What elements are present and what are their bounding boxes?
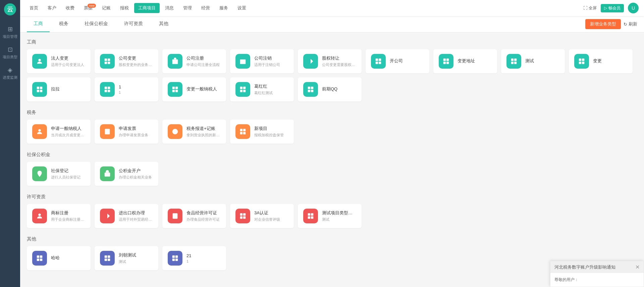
nav-home[interactable]: 首页 (25, 3, 42, 13)
card-desc-equity-transfer: 公司变更需要股权转让 (322, 62, 356, 67)
section-title-xuke: 许可资质 (27, 194, 637, 200)
tab-qita[interactable]: 其他 (152, 16, 175, 32)
nav-tax[interactable]: 报税 (116, 3, 133, 13)
card-desc-food-license: 办理食品经营许可证 (186, 217, 221, 222)
card-name-equity-transfer: 股权转让 (322, 55, 356, 61)
section-shuiwu: 税务 申请一般纳税人 当月或次月成变更完成 申请发票 (27, 110, 637, 144)
nav-service[interactable]: 服务 (215, 3, 232, 13)
nav-biz[interactable]: 工商项目 (134, 3, 160, 13)
tab-gongshang[interactable]: 工商 (27, 16, 50, 32)
svg-rect-4 (108, 62, 110, 64)
card-desc-legal-change: 适用于公司变更法人 (51, 62, 85, 67)
card-name-change-tax: 变更一般纳税人 (186, 86, 221, 92)
card-icon-tax-report (168, 124, 182, 139)
nav-message[interactable]: 消息 (161, 3, 178, 13)
card-desc-social-ins: 进行人员社保登记 (51, 175, 85, 180)
card-name-company-reg: 公司注册 (186, 55, 221, 61)
tab-xuke[interactable]: 许可资质 (117, 16, 150, 32)
card-social-ins[interactable]: 社保登记 进行人员社保登记 (27, 162, 91, 186)
vip-btn[interactable]: ▷ 畅会员 (601, 4, 624, 12)
notification-close[interactable]: ✕ (635, 264, 640, 270)
svg-rect-8 (379, 59, 381, 61)
nav-billing[interactable]: 收费 (62, 3, 78, 13)
card-icon-provident (100, 166, 115, 181)
card-apply-tax[interactable]: 申请一般纳税人 当月或次月成变更完成 (27, 120, 91, 144)
card-equity-transfer[interactable]: 股权转让 公司变更需要股权转让 (298, 49, 362, 73)
card-new-project[interactable]: 新项目 报税加税控盘保管 (230, 120, 294, 144)
svg-rect-40 (311, 87, 313, 89)
fullscreen-btn[interactable]: ⛶ 全屏 (583, 5, 597, 11)
card-name-lala: 拉拉 (51, 86, 85, 92)
sidebar-item-progress-monitor[interactable]: ◈ 进度监测 (0, 63, 20, 83)
card-name-provident: 公积金开户 (119, 168, 153, 174)
card-icon-one (100, 82, 115, 97)
card-change-tax[interactable]: 变更一般纳税人 (162, 77, 226, 101)
card-import-export[interactable]: 进出口权办理 适用于对外贸易经营者 (95, 204, 158, 228)
card-mahonghong[interactable]: 葛红红 葛红红测试 (230, 77, 294, 101)
svg-rect-59 (308, 216, 310, 219)
card-name-tax-report: 税务报道+记账 (186, 126, 221, 132)
nav-items: 首页 客户 收费 票据 new 记账 报税 工商项目 消息 管理 经营 服务 设… (25, 3, 583, 13)
card-change-address[interactable]: 变更地址 (433, 49, 497, 73)
card-desc-apply-invoice: 办理申请发票业务 (119, 133, 153, 138)
user-avatar[interactable]: U (628, 3, 639, 13)
card-change[interactable]: 变更 (569, 49, 633, 73)
tab-shuiwu[interactable]: 税务 (52, 16, 75, 32)
nav-manage[interactable]: 管理 (179, 3, 196, 13)
nav-bookkeeping[interactable]: 记账 (98, 3, 115, 13)
card-test[interactable]: 测试 (501, 49, 565, 73)
card-name-open-company: 开公司 (390, 58, 424, 64)
card-haha[interactable]: 哈哈 (27, 246, 91, 270)
card-trademark[interactable]: 商标注册 用于企业商标注册服务 (27, 204, 91, 228)
card-3a-cert[interactable]: 3A认证 对企业信誉评级 (230, 204, 294, 228)
svg-rect-11 (443, 59, 446, 61)
card-one[interactable]: 1 1 (95, 77, 158, 101)
section-title-gongshang: 工商 (27, 39, 637, 45)
card-test-type-def[interactable]: 测试项目类型目定义 测试 (298, 204, 362, 228)
card-twentyone[interactable]: 21 1 (162, 246, 226, 270)
tabs-bar: 工商 税务 社保公积金 许可资质 其他 新增业务类型 ↻ 刷新 (20, 16, 644, 32)
card-desc-company-cancel: 适用于注销公司 (254, 62, 288, 67)
svg-rect-53 (240, 213, 243, 216)
notification-panel: 河北税务数字账户升级影响通知 ✕ 尊敬的用户： (550, 261, 644, 287)
card-company-cancel[interactable]: 公司注销 适用于注销公司 (230, 49, 294, 73)
svg-rect-29 (105, 90, 107, 92)
svg-rect-2 (108, 59, 110, 61)
card-company-change[interactable]: 公司变更 股权变更外的业务变更 (95, 49, 158, 73)
nav-settings[interactable]: 设置 (233, 3, 250, 13)
card-liuchao-test[interactable]: 刘朝测试 测试 (95, 246, 158, 270)
svg-rect-14 (446, 62, 449, 64)
svg-rect-1 (105, 59, 107, 61)
card-name-company-change: 公司变更 (119, 55, 153, 61)
svg-rect-19 (579, 59, 581, 61)
sidebar-item-project-type[interactable]: ⊡ 项目类型 (0, 43, 20, 63)
card-name-new-project: 新项目 (254, 126, 288, 132)
card-qianqi-qq[interactable]: 前期QQ (298, 77, 362, 101)
card-name-apply-tax: 申请一般纳税人 (51, 126, 85, 132)
svg-rect-39 (308, 87, 310, 89)
nav-operation[interactable]: 经营 (197, 3, 214, 13)
card-name-apply-invoice: 申请发票 (119, 126, 153, 132)
vip-icon: ▷ (604, 6, 607, 10)
sidebar-item-label-project-manage: 项目管理 (3, 34, 17, 39)
card-tax-report[interactable]: 税务报道+记账 拿到营业执照的新公司 (162, 120, 226, 144)
tab-shebao[interactable]: 社保公积金 (78, 16, 115, 32)
tabs: 工商 税务 社保公积金 许可资质 其他 (27, 16, 178, 32)
card-legal-change[interactable]: 法人变更 适用于公司变更法人 (27, 49, 91, 73)
new-type-button[interactable]: 新增业务类型 (585, 19, 621, 29)
card-apply-invoice[interactable]: 申请发票 办理申请发票业务 (95, 120, 158, 144)
card-icon-equity-transfer (303, 54, 318, 69)
svg-rect-72 (175, 259, 178, 261)
card-company-reg[interactable]: 公司注册 申请公司注册全流程 (162, 49, 226, 73)
nav-customer[interactable]: 客户 (44, 3, 60, 13)
card-food-license[interactable]: 食品经营许可证 办理食品经营许可证 (162, 204, 226, 228)
card-lala[interactable]: 拉拉 (27, 77, 91, 101)
section-shebao: 社保公积金 社保登记 进行人员社保登记 公积金开户 (27, 152, 637, 186)
refresh-button[interactable]: ↻ 刷新 (624, 21, 637, 27)
card-name-test: 测试 (525, 58, 559, 64)
nav-invoice[interactable]: 票据 new (80, 3, 97, 13)
card-provident[interactable]: 公积金开户 办理公积金相关业务 (95, 162, 158, 186)
card-icon-lala (32, 82, 47, 97)
sidebar-item-project-manage[interactable]: ⊞ 项目管理 (0, 22, 20, 43)
card-open-company[interactable]: 开公司 (366, 49, 429, 73)
